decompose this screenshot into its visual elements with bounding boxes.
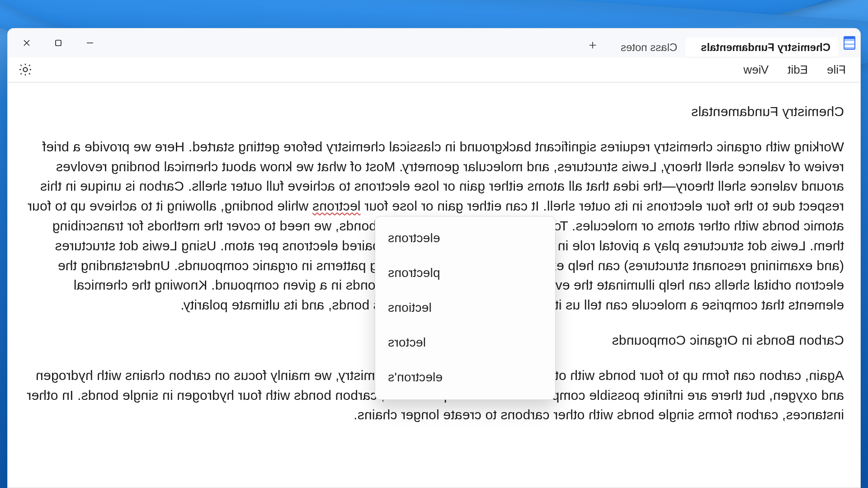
titlebar: Chemistry Fundamentals Class notes xyxy=(8,28,860,57)
notepad-icon xyxy=(844,36,855,50)
maximize-button[interactable] xyxy=(50,35,66,51)
notepad-window: Chemistry Fundamentals Class notes xyxy=(7,28,861,488)
window-controls xyxy=(8,28,104,57)
spellcheck-popup: electrons plectrons lections lectors ele… xyxy=(375,216,556,399)
misspelled-word[interactable]: lectrons xyxy=(312,198,361,213)
new-tab-button[interactable] xyxy=(584,36,602,54)
tab-chemistry-fundamentals[interactable]: Chemistry Fundamentals xyxy=(685,38,839,57)
close-window-button[interactable] xyxy=(19,35,35,51)
spell-suggestion[interactable]: plectrons xyxy=(375,256,555,291)
spell-suggestion[interactable]: lectors xyxy=(375,325,555,360)
spell-suggestion[interactable]: lections xyxy=(375,291,555,325)
tab-label: Class notes xyxy=(621,41,677,54)
doc-title: Chemistry Fundamentals xyxy=(24,102,844,122)
svg-point-1 xyxy=(23,67,27,71)
tab-label: Chemistry Fundamentals xyxy=(701,41,830,54)
menu-file[interactable]: File xyxy=(826,60,847,80)
document-editor[interactable]: Chemistry Fundamentals Working with orga… xyxy=(8,83,860,488)
tab-class-notes[interactable]: Class notes xyxy=(605,38,685,57)
app-icon xyxy=(839,28,860,57)
minimize-button[interactable] xyxy=(82,35,98,51)
tab-strip: Chemistry Fundamentals Class notes xyxy=(584,28,839,57)
menu-edit[interactable]: Edit xyxy=(787,60,809,80)
menu-view[interactable]: View xyxy=(742,60,769,80)
spell-suggestion[interactable]: electron's xyxy=(375,360,555,395)
close-tab-icon[interactable] xyxy=(610,43,619,52)
svg-rect-0 xyxy=(56,40,61,46)
menubar: File Edit View xyxy=(8,57,860,83)
settings-button[interactable] xyxy=(18,62,33,77)
spell-suggestion[interactable]: electrons xyxy=(375,221,555,256)
